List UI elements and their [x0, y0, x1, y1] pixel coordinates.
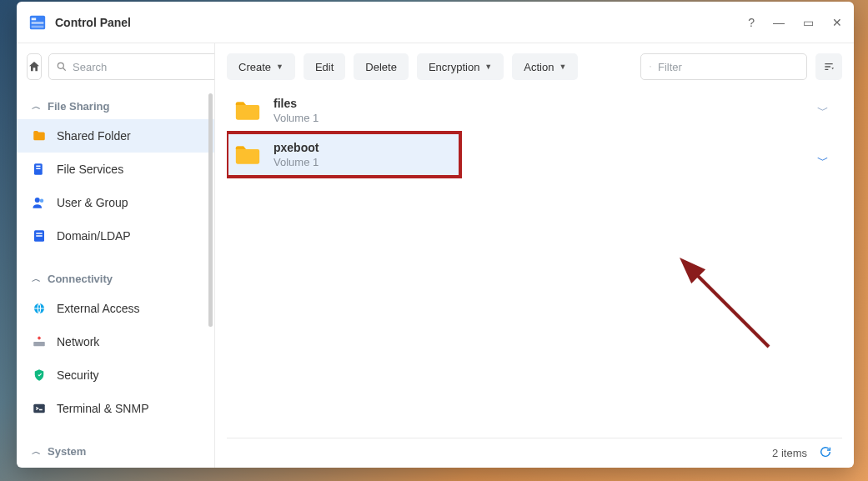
filter-icon	[650, 61, 651, 73]
file-services-icon	[32, 162, 47, 177]
svg-rect-13	[36, 235, 43, 237]
maximize-button[interactable]: ▭	[803, 16, 814, 29]
action-button[interactable]: Action▼	[512, 53, 578, 80]
folder-list: files Volume 1 ﹀ pxeboot Volume 1 ﹀	[227, 88, 842, 438]
window-title: Control Panel	[55, 16, 748, 29]
item-count: 2 items	[772, 447, 807, 459]
app-icon	[28, 13, 47, 32]
svg-rect-15	[33, 342, 45, 346]
titlebar: Control Panel ? — ▭ ✕	[17, 2, 854, 43]
svg-rect-7	[36, 166, 40, 168]
close-button[interactable]: ✕	[832, 16, 842, 29]
folder-volume: Volume 1	[273, 156, 454, 168]
sidebar-item-external-access[interactable]: External Access	[17, 292, 214, 325]
filter-input-wrapper[interactable]	[640, 53, 807, 80]
svg-rect-1	[32, 18, 37, 20]
chevron-down-icon[interactable]: ﹀	[817, 153, 835, 168]
edit-button[interactable]: Edit	[304, 53, 345, 80]
svg-point-9	[35, 198, 40, 203]
main: Create▼ Edit Delete Encryption▼ Action▼	[215, 43, 854, 468]
search-input-wrapper[interactable]	[48, 53, 215, 80]
sort-button[interactable]	[815, 53, 842, 80]
svg-line-5	[63, 68, 66, 71]
sidebar-item-terminal-snmp[interactable]: Terminal & SNMP	[17, 392, 214, 425]
help-button[interactable]: ?	[748, 16, 755, 29]
folder-volume: Volume 1	[273, 112, 805, 124]
nav-section-connectivity[interactable]: ︿ Connectivity	[17, 266, 214, 292]
caret-down-icon: ▼	[559, 63, 566, 71]
caret-down-icon: ▼	[484, 63, 492, 71]
folder-icon	[233, 99, 262, 123]
svg-rect-16	[33, 404, 45, 413]
home-button[interactable]	[27, 53, 42, 80]
folder-icon	[233, 143, 262, 167]
user-group-icon	[32, 195, 47, 210]
terminal-snmp-icon	[32, 401, 47, 416]
sidebar-item-shared-folder[interactable]: Shared Folder	[17, 119, 214, 153]
sort-icon	[822, 60, 835, 73]
encryption-button[interactable]: Encryption▼	[417, 53, 504, 80]
nav-section-system[interactable]: ︿ System	[17, 438, 214, 464]
svg-rect-12	[36, 233, 43, 234]
refresh-icon	[819, 445, 832, 458]
shared-folder-icon	[32, 128, 47, 143]
annotation-arrow	[677, 255, 794, 372]
chevron-up-icon: ︿	[32, 445, 41, 458]
search-input[interactable]	[73, 61, 213, 73]
caret-down-icon: ▼	[276, 63, 283, 71]
svg-rect-8	[36, 168, 40, 170]
svg-point-4	[58, 63, 63, 68]
statusbar: 2 items	[227, 438, 842, 468]
refresh-button[interactable]	[819, 445, 832, 462]
sidebar-item-file-services[interactable]: File Services	[17, 153, 214, 186]
folder-row-pxeboot[interactable]: pxeboot Volume 1	[227, 133, 460, 177]
create-button[interactable]: Create▼	[227, 53, 295, 80]
svg-line-17	[694, 272, 769, 347]
svg-rect-3	[32, 25, 44, 28]
delete-button[interactable]: Delete	[354, 53, 409, 80]
chevron-up-icon: ︿	[32, 100, 41, 113]
toolbar: Create▼ Edit Delete Encryption▼ Action▼	[227, 53, 842, 80]
security-icon	[32, 368, 47, 383]
folder-row-files[interactable]: files Volume 1 ﹀	[227, 88, 842, 133]
external-access-icon	[32, 301, 47, 316]
network-icon	[32, 334, 47, 349]
window: Control Panel ? — ▭ ✕ ︿ Fil	[17, 2, 854, 468]
sidebar-scrollbar[interactable]	[208, 93, 213, 327]
sidebar-item-network[interactable]: Network	[17, 325, 214, 358]
sidebar-item-user-group[interactable]: User & Group	[17, 186, 214, 219]
home-icon	[28, 60, 41, 73]
search-icon	[56, 61, 68, 73]
chevron-down-icon[interactable]: ﹀	[817, 103, 835, 118]
sidebar-item-security[interactable]: Security	[17, 358, 214, 392]
sidebar: ︿ File Sharing Shared Folder File Servic…	[17, 43, 215, 468]
folder-name: files	[273, 97, 805, 110]
chevron-up-icon: ︿	[32, 273, 41, 285]
filter-input[interactable]	[658, 61, 798, 73]
sidebar-item-domain-ldap[interactable]: Domain/LDAP	[17, 219, 214, 253]
svg-point-10	[40, 199, 44, 203]
svg-rect-2	[32, 22, 44, 24]
minimize-button[interactable]: —	[773, 16, 785, 29]
domain-ldap-icon	[32, 228, 47, 243]
folder-name: pxeboot	[273, 141, 454, 154]
nav-section-file-sharing[interactable]: ︿ File Sharing	[17, 93, 214, 119]
